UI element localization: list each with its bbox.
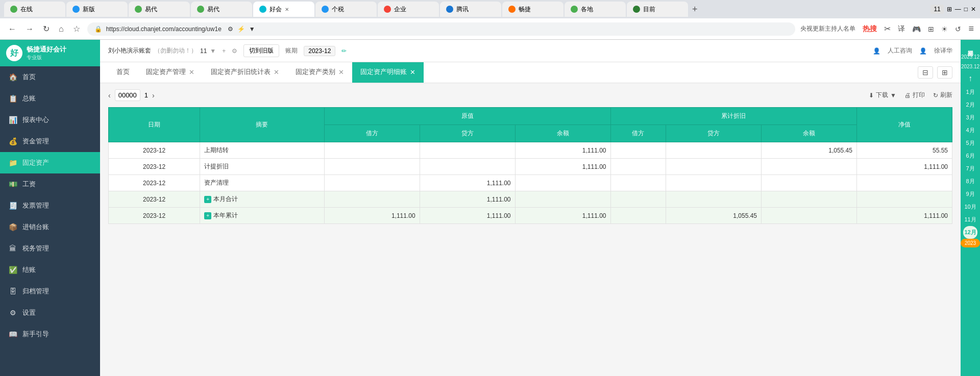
page-tab-depreciation-stats[interactable]: 固定资产折旧统计表 ✕ <box>203 62 287 83</box>
period-month-11[interactable]: 11月 <box>961 213 980 226</box>
sidebar-item-settings[interactable]: ⚙ 设置 <box>0 302 100 323</box>
sidebar-item-archive[interactable]: 🗄 归档管理 <box>0 281 100 302</box>
page-tab-asset-category[interactable]: 固定资产类别 ✕ <box>287 62 352 83</box>
row5-acc-balance <box>762 208 857 224</box>
print-label: 打印 <box>913 91 925 99</box>
sidebar-item-funds[interactable]: 💰 资金管理 <box>0 131 100 152</box>
sidebar-item-ledger[interactable]: 📋 总账 <box>0 88 100 109</box>
tab-icon-7 <box>384 6 391 13</box>
close-icon[interactable]: ✕ <box>971 6 976 13</box>
maximize-icon[interactable]: □ <box>964 6 968 13</box>
browser-tab-2[interactable]: 新版 <box>66 2 128 17</box>
period-month-5[interactable]: 5月 <box>961 137 980 149</box>
tab-close-5[interactable]: ✕ <box>285 7 289 12</box>
period-month-7[interactable]: 7月 <box>961 162 980 175</box>
browser-tab-8[interactable]: 腾讯 <box>440 2 501 17</box>
page-tab-asset-ledger[interactable]: 固定资产明细账 ✕ <box>352 62 424 83</box>
user-dropdown-icon[interactable]: ▼ <box>210 47 216 55</box>
sidebar-item-invoice[interactable]: 🧾 发票管理 <box>0 195 100 216</box>
minimize-icon[interactable]: — <box>955 6 961 13</box>
home-button[interactable]: ⌂ <box>57 22 66 36</box>
brightness-icon[interactable]: ☀ <box>941 25 948 33</box>
page-tab-fixed-assets-mgmt[interactable]: 固定资产管理 ✕ <box>138 62 203 83</box>
period-year-highlight[interactable]: 2023 <box>961 239 980 247</box>
period-month-6[interactable]: 6月 <box>961 149 980 162</box>
reload-button[interactable]: ↻ <box>41 22 52 36</box>
browser-tab-10[interactable]: 各地 <box>565 2 626 17</box>
page-expand-button[interactable]: ⊞ <box>937 66 952 79</box>
print-icon: 🖨 <box>904 92 911 99</box>
period-edit-icon[interactable]: ✏ <box>341 47 347 55</box>
grid-icon[interactable]: ⊞ <box>928 25 934 33</box>
url-box[interactable]: 🔒 https://cloud.chanjet.com/accounting/u… <box>87 22 796 36</box>
sidebar-item-checkout[interactable]: ✅ 结账 <box>0 259 100 281</box>
download-dropdown-icon[interactable]: ▼ <box>890 92 896 99</box>
row4-orig-credit: 1,111.00 <box>420 191 515 208</box>
browser-tab-3[interactable]: 易代 <box>129 2 190 17</box>
menu-icon[interactable]: ≡ <box>968 23 974 34</box>
sidebar-item-guide[interactable]: 📖 新手引导 <box>0 323 100 345</box>
next-page-button[interactable]: › <box>152 91 155 99</box>
new-tab-button[interactable]: + <box>689 4 701 15</box>
th-original-value: 原值 <box>324 108 610 125</box>
browser-tab-6[interactable]: 个税 <box>315 2 377 17</box>
help-label[interactable]: 人工咨询 <box>888 46 912 55</box>
layout-icon[interactable]: ⊞ <box>947 6 952 13</box>
period-month-12[interactable]: 12月 <box>963 226 977 239</box>
tab-icon-8 <box>446 6 453 13</box>
scissors-icon[interactable]: ✂ <box>884 24 891 34</box>
sidebar-label-checkout: 结账 <box>22 265 36 274</box>
bookmark-button[interactable]: ☆ <box>71 22 82 36</box>
sidebar-item-fixed-assets[interactable]: 📁 固定资产 <box>0 152 100 173</box>
period-month-2[interactable]: 2月 <box>961 98 980 111</box>
browser-tab-5[interactable]: 好会 ✕ <box>253 2 314 17</box>
period-scroll-up[interactable]: ↑ <box>961 71 980 86</box>
user-count: 11 <box>200 47 207 55</box>
period-month-9[interactable]: 9月 <box>961 188 980 200</box>
browser-tab-7[interactable]: 企业 <box>378 2 439 17</box>
period-month-10[interactable]: 10月 <box>961 200 980 213</box>
row3-acc-credit <box>666 175 762 191</box>
history-icon[interactable]: ↺ <box>955 25 961 33</box>
row4-acc-credit <box>666 191 762 208</box>
page-tab-asset-ledger-close[interactable]: ✕ <box>410 68 415 76</box>
switch-to-old-button[interactable]: 切到旧版 <box>243 44 279 57</box>
game-icon[interactable]: 🎮 <box>912 25 921 33</box>
prev-page-button[interactable]: ‹ <box>108 91 111 99</box>
sidebar-item-reports[interactable]: 📊 报表中心 <box>0 109 100 131</box>
add-book-button[interactable]: + <box>222 47 226 55</box>
row3-orig-debit <box>324 175 420 191</box>
settings-gear-icon[interactable]: ⚙ <box>232 47 237 55</box>
period-month-4[interactable]: 4月 <box>961 124 980 137</box>
url-settings-icon[interactable]: ⚙ <box>228 26 233 33</box>
page-tab-depreciation-stats-close[interactable]: ✕ <box>274 68 279 76</box>
url-lightning-icon[interactable]: ⚡ <box>237 26 245 33</box>
period-month-1[interactable]: 1月 <box>961 86 980 98</box>
sidebar-item-payroll[interactable]: 💵 工资 <box>0 173 100 195</box>
browser-tab-9[interactable]: 畅捷 <box>502 2 564 17</box>
translate-icon[interactable]: 译 <box>898 24 905 34</box>
logo-icon: 好 <box>6 45 22 61</box>
back-button[interactable]: ← <box>6 22 18 36</box>
refresh-button[interactable]: ↻ 刷新 <box>933 91 952 99</box>
browser-tab-4[interactable]: 易代 <box>191 2 252 17</box>
sidebar-logo: 好 畅捷通好会计 专业版 <box>0 40 100 66</box>
period-month-8[interactable]: 8月 <box>961 175 980 188</box>
page-tab-asset-category-close[interactable]: ✕ <box>338 68 344 76</box>
browser-tab-1[interactable]: 在线 <box>4 2 65 17</box>
page-shrink-button[interactable]: ⊟ <box>918 66 933 79</box>
period-month-3[interactable]: 3月 <box>961 111 980 124</box>
print-button[interactable]: 🖨 打印 <box>904 91 925 99</box>
page-tab-fixed-assets-mgmt-close[interactable]: ✕ <box>189 68 194 76</box>
browser-tab-11[interactable]: 目前 <box>627 2 688 17</box>
sidebar-label-settings: 设置 <box>22 308 36 317</box>
page-tab-home[interactable]: 首页 <box>108 62 138 83</box>
forward-button[interactable]: → <box>23 22 36 36</box>
sidebar-item-tax[interactable]: 🏛 税务管理 <box>0 238 100 259</box>
th-orig-balance: 余额 <box>515 125 610 142</box>
download-button[interactable]: ⬇ 下载 ▼ <box>869 91 896 99</box>
page-number-input[interactable] <box>115 89 140 101</box>
sidebar-item-purchase-sales[interactable]: 📦 进销台账 <box>0 216 100 238</box>
url-dropdown-icon[interactable]: ▼ <box>249 26 255 33</box>
sidebar-item-home[interactable]: 🏠 首页 <box>0 66 100 88</box>
